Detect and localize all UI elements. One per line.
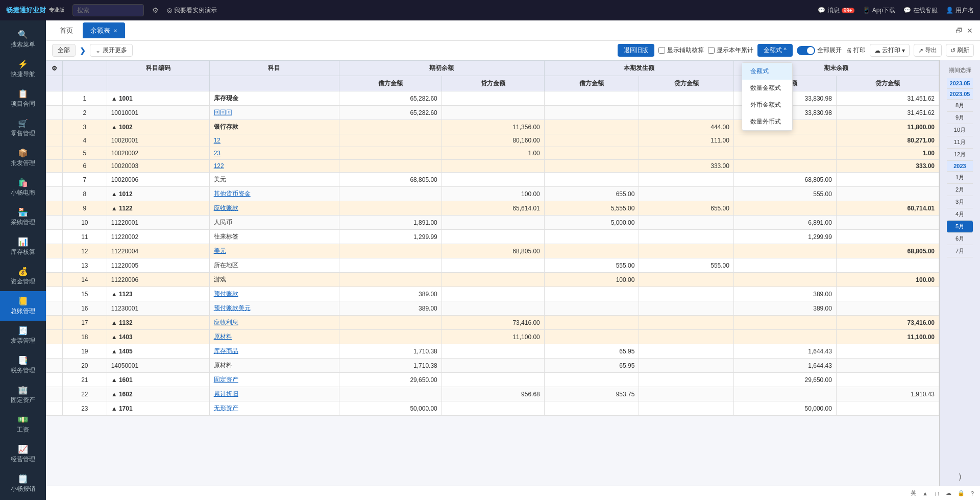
- row-name[interactable]: 预付账款美元: [209, 301, 339, 316]
- sidebar-item-assets[interactable]: 🏢 固定资产: [0, 380, 46, 410]
- row-name: 银行存款: [209, 120, 339, 134]
- row-closing-debit: [733, 244, 836, 258]
- settings-icon[interactable]: ⚙: [152, 6, 159, 14]
- period-month-item[interactable]: 2023: [947, 161, 973, 172]
- row-name[interactable]: 美元: [209, 244, 339, 258]
- row-name[interactable]: 122: [209, 160, 339, 173]
- col-period: 本期发生额: [544, 61, 733, 76]
- row-name[interactable]: 应收利息: [209, 316, 339, 330]
- sidebar-item-capital[interactable]: 💰 资金管理: [0, 261, 46, 291]
- refresh-btn[interactable]: ↺ 刷新: [946, 44, 974, 57]
- nav-forward-icon[interactable]: ❯: [80, 46, 86, 55]
- app-download-btn[interactable]: 📱 App下载: [863, 6, 895, 15]
- period-month-item[interactable]: 6月: [947, 233, 973, 245]
- status-up[interactable]: ▲: [922, 490, 928, 496]
- period-month-item[interactable]: 2月: [947, 184, 973, 196]
- sidebar-item-reports[interactable]: 🗒️ 小畅报销: [0, 469, 46, 498]
- export-btn[interactable]: ↗ 导出: [914, 44, 942, 57]
- row-name[interactable]: 原材料: [209, 330, 339, 344]
- row-num: 17: [63, 316, 107, 330]
- period-month-item[interactable]: 3月: [947, 196, 973, 208]
- tab-close-icon[interactable]: ✕: [113, 28, 117, 34]
- sidebar-item-operations[interactable]: 📈 经营管理: [0, 439, 46, 469]
- tab-balance[interactable]: 余额表 ✕: [83, 22, 125, 38]
- message-btn[interactable]: 💬 消息 99+: [818, 6, 854, 15]
- tab-home[interactable]: 首页: [52, 22, 81, 38]
- row-name[interactable]: 12: [209, 134, 339, 147]
- row-settings: [46, 160, 63, 173]
- tab-bar: 首页 余额表 ✕ 🗗 ✕: [46, 20, 980, 41]
- expand-all-toggle[interactable]: 全部展开: [797, 46, 842, 55]
- period-month-item[interactable]: 8月: [947, 100, 973, 112]
- period-month-item[interactable]: 10月: [947, 124, 973, 136]
- row-name[interactable]: 回回回: [209, 106, 339, 120]
- search-input[interactable]: [72, 4, 144, 16]
- amount-type-btn[interactable]: 金额式 ^: [757, 44, 793, 57]
- period-month-item[interactable]: 1月: [947, 172, 973, 184]
- window-restore-btn[interactable]: 🗗: [954, 26, 964, 36]
- period-month-item[interactable]: 4月: [947, 208, 973, 221]
- amount-type-option-amount[interactable]: 金额式: [742, 63, 792, 80]
- row-name[interactable]: 应收账款: [209, 201, 339, 216]
- sidebar-item-tax[interactable]: 📑 税务管理: [0, 350, 46, 380]
- period-year-item[interactable]: 2023.05: [947, 78, 973, 89]
- status-cloud[interactable]: ☁: [946, 490, 951, 496]
- row-closing-credit: 68,805.00: [836, 244, 939, 258]
- cloud-print-btn[interactable]: ☁ 云打印 ▾: [870, 44, 910, 57]
- amount-type-option-qty-foreign[interactable]: 数量外币式: [742, 113, 792, 130]
- row-opening-debit: [339, 244, 442, 258]
- expand-more-btn[interactable]: ⌄ 展开更多: [90, 44, 133, 57]
- online-service-btn[interactable]: 💬 在线客服: [903, 6, 938, 15]
- sidebar-item-invoice[interactable]: 🧾 发票管理: [0, 321, 46, 350]
- period-month-item[interactable]: 7月: [947, 245, 973, 257]
- show-year-checkbox[interactable]: 显示本年累计: [708, 46, 753, 55]
- row-settings: [46, 301, 63, 316]
- demo-btn[interactable]: ◎ 我要看实例演示: [167, 6, 217, 15]
- row-num: 18: [63, 330, 107, 344]
- sidebar-item-search[interactable]: 🔍 搜索菜单: [0, 25, 46, 54]
- user-avatar[interactable]: 👤 用户名: [946, 6, 974, 15]
- col-settings[interactable]: ⚙: [46, 61, 63, 76]
- row-name[interactable]: 固定资产: [209, 373, 339, 387]
- col-name: 科目: [209, 61, 339, 76]
- row-name[interactable]: 23: [209, 147, 339, 160]
- period-month-item[interactable]: 9月: [947, 112, 973, 124]
- period-month-item[interactable]: 5月: [947, 221, 973, 233]
- row-name[interactable]: 库存商品: [209, 344, 339, 359]
- status-lock[interactable]: 🔒: [958, 490, 965, 496]
- nav-all-btn[interactable]: 全部: [52, 44, 76, 57]
- sidebar-item-accounting[interactable]: 📒 总账管理: [0, 291, 46, 321]
- sidebar-item-wholesale[interactable]: 📦 批发管理: [0, 143, 46, 173]
- row-name[interactable]: 预付账款: [209, 287, 339, 301]
- window-close-btn[interactable]: ✕: [966, 26, 974, 36]
- sidebar-item-inventory[interactable]: 📊 库存核算: [0, 232, 46, 261]
- col-opening-debit: 借方金额: [339, 76, 442, 91]
- status-lang[interactable]: 英: [911, 489, 916, 497]
- amount-type-option-qty-amount[interactable]: 数量金额式: [742, 80, 792, 97]
- status-help[interactable]: ?: [971, 490, 974, 496]
- sidebar-item-payroll[interactable]: 💵 工资: [0, 410, 46, 439]
- row-name: 游戏: [209, 273, 339, 287]
- row-opening-debit: 389.00: [339, 287, 442, 301]
- back-old-version-btn[interactable]: 退回旧版: [618, 44, 654, 57]
- status-sync[interactable]: ↓↑: [934, 490, 940, 496]
- table-wrapper[interactable]: ⚙ 科目编码 科目 期初余额 本期发生额 期末余额: [46, 60, 939, 486]
- period-year-item[interactable]: 2023.05: [947, 89, 973, 100]
- period-month-item[interactable]: 11月: [947, 136, 973, 149]
- row-name[interactable]: 累计折旧: [209, 387, 339, 401]
- sidebar-item-quicknav[interactable]: ⚡ 快捷导航: [0, 54, 46, 84]
- row-name[interactable]: 其他货币资金: [209, 187, 339, 201]
- sidebar-item-retail[interactable]: 🛒 零售管理: [0, 113, 46, 143]
- sidebar-item-ecommerce[interactable]: 🛍️ 小畅电商: [0, 173, 46, 202]
- print-btn[interactable]: 🖨 打印: [846, 46, 866, 55]
- show-assist-checkbox[interactable]: 显示辅助核算: [658, 46, 704, 55]
- row-closing-debit: [733, 387, 836, 401]
- row-num: 14: [63, 273, 107, 287]
- sidebar-item-project[interactable]: 📋 项目合同: [0, 84, 46, 113]
- row-name[interactable]: 无形资产: [209, 401, 339, 416]
- toggle-switch-control[interactable]: [797, 46, 815, 55]
- amount-type-option-foreign-amount[interactable]: 外币金额式: [742, 97, 792, 113]
- period-month-item[interactable]: 12月: [947, 149, 973, 161]
- sidebar-item-purchase[interactable]: 🏪 采购管理: [0, 202, 46, 232]
- panel-collapse-btn[interactable]: ⟩: [959, 472, 962, 482]
